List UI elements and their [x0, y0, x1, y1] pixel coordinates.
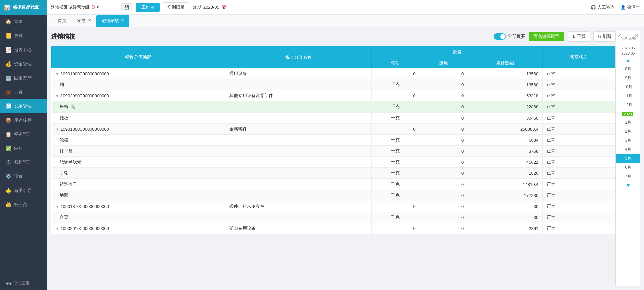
period-item-6[interactable]: 6月	[616, 163, 640, 172]
period-item-12[interactable]: 12月	[616, 101, 640, 110]
sidebar-item-label: 资金管理	[14, 61, 32, 67]
period-item-11[interactable]: 11月	[616, 92, 640, 101]
user-info[interactable]: 👤 徐泽华	[620, 4, 640, 10]
period-item-4[interactable]: 4月	[616, 145, 640, 154]
expand-icon[interactable]: ▼	[56, 227, 59, 231]
sidebar-item-label: 固定资产	[14, 75, 32, 81]
period-item-9[interactable]: 9月	[616, 74, 640, 83]
tab-invoice-close-icon[interactable]: ✕	[88, 18, 91, 23]
row-status: 正常	[543, 157, 615, 168]
row-status: 正常	[543, 68, 615, 79]
topbar: 沈海英测试经营勿删 删 ▾ 💾 工作台 切到旧版 账期 2023-05 📅 🎧 …	[47, 0, 644, 15]
sidebar-item-fixed-assets[interactable]: 🏢 固定资产	[0, 71, 47, 85]
sidebar-item-ledger[interactable]: 📒 总账	[0, 29, 47, 43]
settings-icon: ⚙️	[5, 173, 11, 179]
row-purchase: 0	[420, 223, 468, 234]
sidebar-item-guide[interactable]: 🌟 新手引导	[0, 184, 47, 198]
main-area: 沈海英测试经营勿删 删 ▾ 💾 工作台 切到旧版 账期 2023-05 📅 🎧 …	[47, 0, 644, 290]
row-name	[225, 101, 371, 113]
cell-search-icon[interactable]: 🔍	[70, 104, 75, 109]
company-name: 沈海英测试经营勿删	[51, 4, 90, 10]
tab-reconcile-close-icon[interactable]: ✕	[121, 18, 124, 23]
expand-toggle[interactable]: 全部展开	[494, 33, 525, 40]
period-item-1[interactable]: 1月	[616, 118, 640, 127]
table-row: 铸造盖子 千克 0 14810.4 正常	[52, 179, 615, 190]
expand-panel-button[interactable]: ⤢	[618, 33, 622, 38]
save-button[interactable]: 💾	[121, 3, 132, 11]
toggle-track[interactable]	[494, 33, 506, 40]
row-sales: 0	[420, 212, 468, 223]
guide-icon: 🌟	[5, 188, 11, 194]
sidebar-item-settings[interactable]: ⚙️ 设置	[0, 169, 47, 184]
switch-version-button[interactable]: 切到旧版	[163, 2, 189, 12]
row-sales: 0	[372, 68, 420, 79]
period-display: 账期 2023-05 📅	[193, 4, 227, 10]
calendar-icon[interactable]: 📅	[221, 5, 227, 10]
row-total: 22868	[468, 101, 543, 113]
unpin-label: 取消固定	[13, 280, 30, 286]
row-name	[225, 113, 371, 124]
sidebar-item-tax[interactable]: 📋 税务管理	[0, 127, 47, 141]
sidebar-item-label: 设置	[14, 173, 23, 179]
refresh-btn[interactable]: ↻ 刷新	[593, 31, 616, 42]
page-title: 进销稽核	[51, 32, 75, 41]
support-button[interactable]: 🎧 人工咨询	[591, 4, 615, 10]
close-panel-button[interactable]: ✕	[635, 33, 639, 38]
download-label: 下载	[577, 33, 586, 40]
row-unit: 千克	[372, 179, 420, 190]
period-item-2[interactable]: 2月	[616, 127, 640, 136]
sidebar-item-reports[interactable]: 📈 报表中心	[0, 43, 47, 57]
period-item-7[interactable]: 7月	[616, 172, 640, 181]
user-avatar-icon: 👤	[620, 5, 626, 10]
period-scroll-down-button[interactable]: ▼	[616, 181, 640, 190]
page-actions: 全部展开 商品编码设置 ⬇ 下载 ↻ 刷新	[494, 31, 616, 42]
tab-home[interactable]: 首页	[52, 15, 72, 27]
row-total: 30	[468, 201, 543, 212]
expand-icon[interactable]: ▼	[56, 127, 59, 131]
row-code: ▼10901360000000000000	[52, 124, 225, 135]
period-label: 账期	[193, 4, 201, 10]
sidebar-item-home[interactable]: 🏠 首页	[0, 15, 47, 29]
period-item-year-2023[interactable]: 2023	[616, 110, 640, 118]
period-item-8[interactable]: 8月	[616, 65, 640, 74]
sidebar-item-inventory[interactable]: 📦 库存核算	[0, 113, 47, 127]
workbench-button[interactable]: 工作台	[136, 3, 160, 12]
expand-icon[interactable]: ▼	[56, 205, 59, 209]
sidebar-item-member[interactable]: 👑 畅会员	[0, 198, 47, 212]
row-status: 正常	[543, 79, 615, 90]
table-row: ▼10901370000000000000 锻件、粉末冶金件 0 0 30 正常	[52, 201, 615, 212]
table-row: ▼10902990000000000000 其他专用设备及零部件 0 0 533…	[52, 90, 615, 101]
col-purchase-header: 进项	[420, 58, 468, 68]
row-code: 绝缘导线壳	[52, 157, 225, 168]
sidebar-item-funds[interactable]: 💰 资金管理	[0, 57, 47, 71]
row-unit: 千克	[372, 79, 420, 90]
row-name	[225, 179, 371, 190]
sidebar-item-invoice[interactable]: 🧾 发票管理	[0, 99, 47, 113]
tab-reconcile-label: 进销稽核	[102, 18, 119, 24]
product-code-btn[interactable]: 商品编码设置	[529, 32, 564, 41]
row-total: 13560	[468, 79, 543, 90]
tab-invoice[interactable]: 发票 ✕	[72, 15, 96, 27]
tab-home-label: 首页	[58, 18, 66, 24]
expand-icon[interactable]: ▼	[56, 72, 59, 76]
period-item-3[interactable]: 3月	[616, 136, 640, 145]
download-btn[interactable]: ⬇ 下载	[568, 31, 590, 42]
period-item-10[interactable]: 10月	[616, 83, 640, 92]
sidebar-item-salary[interactable]: 💼 工资	[0, 85, 47, 99]
tab-reconcile[interactable]: 进销稽核 ✕	[96, 15, 129, 27]
company-selector[interactable]: 沈海英测试经营勿删 删 ▾	[51, 4, 118, 10]
period-item-5[interactable]: 5月	[616, 154, 640, 163]
company-chevron-icon: ▾	[97, 5, 99, 10]
sidebar-item-settle[interactable]: ✅ 结账	[0, 141, 47, 155]
row-code: 轮毂	[52, 135, 225, 146]
period-scroll-up-button[interactable]: ▲	[616, 56, 640, 65]
row-total: 3768	[468, 146, 543, 157]
row-sales: 0	[372, 201, 420, 212]
sidebar-footer-unpin[interactable]: ◀◀ 取消固定	[0, 276, 47, 290]
row-sales: 0	[420, 146, 468, 157]
row-code: ▼10902010000000000000	[52, 223, 225, 234]
row-code: 轴	[52, 79, 225, 90]
sidebar-item-archive[interactable]: 🗄️ 归档管理	[0, 155, 47, 169]
logo-icon: 📊	[4, 4, 11, 11]
expand-icon[interactable]: ▼	[56, 94, 59, 98]
